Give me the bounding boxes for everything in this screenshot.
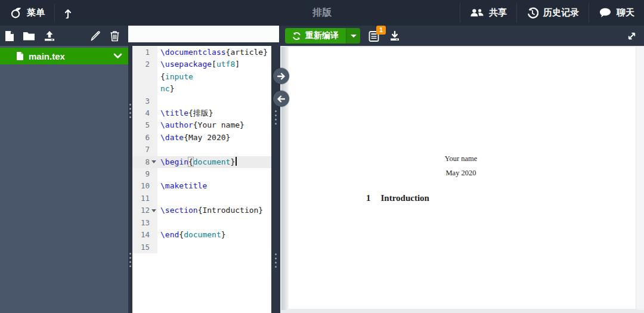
code-line[interactable]: 10\maketitle (132, 180, 271, 192)
code-line[interactable]: 1\documentclass{article} (132, 47, 271, 58)
code-line[interactable]: 5\author{Your name} (132, 119, 271, 131)
code-text: \begin{document} (157, 156, 268, 168)
top-header: 排版 菜单 (0, 0, 644, 26)
line-gutter: 6 (132, 132, 157, 144)
line-gutter: 2 (132, 58, 157, 95)
code-text (157, 144, 268, 156)
source-editor[interactable]: 1\documentclass{article}2\usepackage[utf… (132, 46, 271, 313)
code-line[interactable]: 11 (132, 193, 271, 204)
chat-bubble-icon (599, 7, 612, 18)
pdf-toolbar: 重新编译 1 (279, 26, 644, 46)
delete-trash-icon[interactable] (110, 30, 120, 42)
code-line[interactable]: 2\usepackage[utf8]{inputenc} (132, 58, 271, 95)
line-number: 6 (145, 132, 150, 144)
code-line[interactable]: 15 (132, 241, 271, 253)
line-gutter: 1 (132, 47, 157, 58)
logs-button[interactable]: 1 (369, 30, 380, 42)
chat-label: 聊天 (617, 7, 634, 18)
line-gutter: 5 (132, 119, 157, 131)
drag-handle-dots[interactable] (129, 104, 131, 118)
file-tree-resizer[interactable] (128, 46, 132, 313)
code-line[interactable]: 7 (132, 144, 271, 156)
code-line[interactable]: 12\section{Introduction} (132, 204, 271, 216)
fold-caret-icon[interactable] (150, 204, 157, 216)
code-line[interactable]: 6\date{May 2020} (132, 132, 271, 144)
code-text (157, 95, 268, 107)
fold-spacer (150, 229, 157, 241)
pdf-section-heading: 1Introduction (366, 193, 429, 203)
line-number: 8 (145, 156, 150, 168)
code-text (157, 193, 268, 204)
expand-editor-button[interactable] (273, 68, 289, 84)
fold-spacer (150, 132, 157, 144)
code-line[interactable]: 9 (132, 168, 271, 180)
fold-spacer (150, 168, 157, 180)
overleaf-logo-icon (10, 7, 22, 19)
back-to-projects-button[interactable] (55, 0, 81, 26)
line-gutter: 8 (132, 156, 157, 168)
fold-caret-icon[interactable] (150, 156, 157, 168)
fold-spacer (150, 58, 157, 70)
history-icon (527, 7, 538, 19)
fold-spacer (150, 241, 157, 253)
chat-button[interactable]: 聊天 (589, 0, 644, 26)
code-line[interactable]: 13 (132, 217, 271, 229)
text-cursor (236, 157, 237, 166)
menu-button[interactable]: 菜单 (0, 0, 54, 26)
line-gutter: 12 (132, 204, 157, 216)
fold-spacer (150, 47, 157, 58)
line-gutter: 9 (132, 168, 157, 180)
history-button[interactable]: 历史记录 (517, 0, 589, 26)
code-text (157, 241, 268, 253)
rename-pencil-icon[interactable] (90, 30, 101, 42)
fold-spacer (150, 95, 157, 107)
share-button[interactable]: 共享 (460, 0, 516, 26)
pdf-scrollbar[interactable] (636, 47, 644, 310)
code-line[interactable]: 4\title{排版} (132, 107, 271, 119)
file-tree-item-main-tex[interactable]: main.tex (0, 48, 128, 64)
pdf-preview-pane[interactable]: Your name May 2020 1Introduction (280, 46, 644, 313)
expand-pdf-button[interactable] (273, 91, 289, 107)
fold-spacer (150, 193, 157, 204)
file-name: main.tex (29, 51, 113, 61)
recompile-split-button: 重新编译 (285, 28, 360, 44)
new-file-icon[interactable] (5, 30, 14, 42)
expand-icon[interactable] (627, 31, 637, 41)
refresh-icon (292, 32, 301, 41)
download-icon[interactable] (389, 30, 400, 42)
editor-toolbar-border (128, 42, 279, 46)
pdf-date: May 2020 (289, 169, 633, 178)
code-line[interactable]: 8\begin{document} (132, 156, 271, 168)
fold-spacer (150, 107, 157, 119)
code-line[interactable]: 3 (132, 95, 271, 107)
upload-icon[interactable] (44, 30, 55, 42)
recompile-options-button[interactable] (346, 28, 360, 44)
menu-label: 菜单 (27, 7, 45, 18)
code-text: \usepackage[utf8]{inputenc} (157, 58, 268, 95)
drag-handle-dots[interactable] (129, 253, 131, 267)
line-number: 15 (141, 241, 150, 253)
share-people-icon (470, 8, 484, 18)
code-text (157, 217, 268, 229)
line-number: 4 (145, 107, 150, 119)
line-number: 13 (141, 217, 150, 229)
section-number: 1 (366, 193, 371, 203)
file-doc-icon (16, 51, 24, 61)
code-line[interactable]: 14\end{document} (132, 229, 271, 241)
pane-arrow-left-icon (277, 95, 285, 103)
drag-handle-dots[interactable] (275, 253, 277, 268)
dropdown-caret-icon (351, 35, 357, 38)
new-folder-icon[interactable] (23, 31, 35, 41)
pane-arrow-right-icon (277, 73, 285, 80)
recompile-label: 重新编译 (305, 30, 339, 41)
drag-handle-dots[interactable] (275, 110, 277, 125)
overleaf-app: 排版 菜单 (0, 0, 644, 313)
editor-pdf-resizer[interactable] (271, 46, 280, 313)
fold-spacer (150, 119, 157, 131)
recompile-button[interactable]: 重新编译 (285, 28, 346, 44)
code-text: \maketitle (157, 180, 268, 192)
line-number: 7 (145, 144, 150, 156)
line-gutter: 3 (132, 95, 157, 107)
file-tree-toolbar (0, 26, 128, 46)
chevron-down-icon[interactable] (113, 53, 122, 59)
